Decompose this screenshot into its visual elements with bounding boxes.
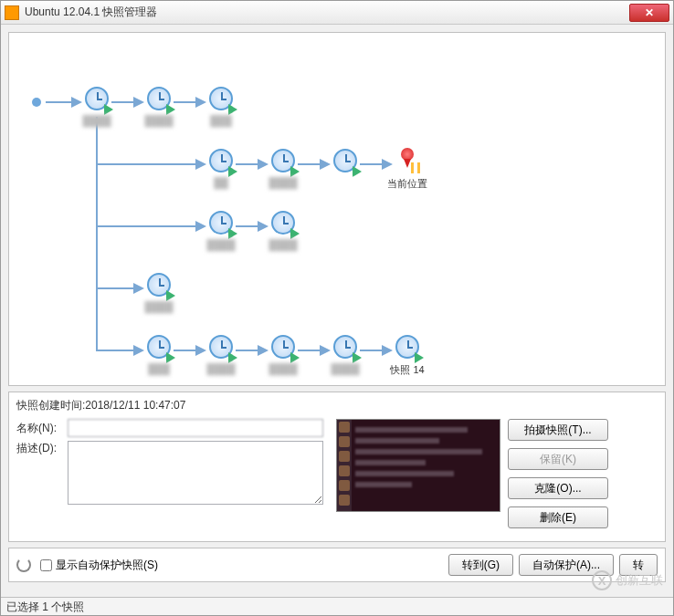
window-title: Ubuntu 12.04.1 快照管理器 <box>25 5 629 20</box>
clock-icon <box>144 84 174 113</box>
app-icon <box>5 5 19 20</box>
clock-icon <box>269 332 298 361</box>
created-prefix: 快照创建时间: <box>16 399 85 412</box>
snapshot-manager-window: Ubuntu 12.04.1 快照管理器 ✕ <box>0 0 674 616</box>
client-area: ████ ████ ███ ██ ████ ████ 当前位置 ████ ███… <box>1 25 673 597</box>
snapshot-node-selected[interactable]: ████ <box>320 146 371 199</box>
snapshot-node[interactable]: ████ <box>195 332 247 385</box>
snapshot-node[interactable]: ██ <box>195 146 247 199</box>
snapshot-label: 快照 14 <box>382 363 433 377</box>
status-text: 已选择 1 个快照 <box>6 600 84 613</box>
show-autoprotect-checkbox[interactable]: 显示自动保护快照(S) <box>37 557 158 574</box>
clock-icon <box>206 84 236 113</box>
desc-textarea[interactable] <box>68 441 323 505</box>
clock-icon <box>206 332 236 361</box>
snapshot-node[interactable]: ████ <box>195 208 247 261</box>
clock-icon <box>144 332 174 361</box>
root-dot-icon <box>32 98 41 107</box>
name-input[interactable] <box>68 419 323 437</box>
close-button[interactable]: ✕ <box>629 4 669 22</box>
snapshot-node[interactable]: ████ <box>258 208 309 261</box>
clock-icon <box>269 146 298 175</box>
current-location-node[interactable]: 当前位置 <box>382 146 433 191</box>
snapshot-node[interactable]: ███ <box>195 84 247 137</box>
snapshot-node[interactable]: ████ <box>133 84 184 137</box>
tree-root[interactable] <box>26 88 47 107</box>
created-time-row: 快照创建时间:2018/12/11 10:47:07 <box>16 398 658 413</box>
snapshot-thumbnail[interactable] <box>336 419 500 512</box>
clock-icon <box>331 146 360 175</box>
clock-icon <box>144 270 174 299</box>
snapshot-node[interactable]: ████ <box>258 146 309 199</box>
take-snapshot-button[interactable]: 拍摄快照(T)... <box>508 419 608 441</box>
refresh-icon[interactable] <box>16 558 31 572</box>
snapshot-node[interactable]: ████ <box>258 332 309 385</box>
snapshot-node[interactable]: ████ <box>71 84 122 137</box>
details-panel: 快照创建时间:2018/12/11 10:47:07 名称(N): 描述(D): <box>8 392 666 542</box>
snapshot-node[interactable]: ████ <box>133 270 184 323</box>
created-time-value: 2018/12/11 10:47:07 <box>85 399 185 412</box>
clock-icon <box>206 208 236 237</box>
watermark-logo-icon: X <box>592 570 612 590</box>
show-autoprotect-input[interactable] <box>40 559 52 571</box>
snapshot-node[interactable]: ████ <box>320 332 371 385</box>
name-label: 名称(N): <box>16 421 68 436</box>
watermark: X 创新互联 <box>592 570 663 590</box>
goto-button[interactable]: 转到(G) <box>448 554 513 576</box>
clock-icon <box>393 332 422 361</box>
show-autoprotect-label: 显示自动保护快照(S) <box>56 558 158 573</box>
statusbar: 已选择 1 个快照 <box>1 597 673 615</box>
keep-button[interactable]: 保留(K) <box>508 448 608 470</box>
clock-icon <box>331 332 360 361</box>
clock-icon <box>206 146 236 175</box>
bottom-toolbar: 显示自动保护快照(S) 转到(G) 自动保护(A)... 转 <box>8 548 666 582</box>
current-location-label: 当前位置 <box>382 177 433 191</box>
clone-button[interactable]: 克隆(O)... <box>508 477 608 499</box>
location-pin-icon <box>393 146 422 175</box>
watermark-text: 创新互联 <box>616 572 663 589</box>
snapshot-node[interactable]: 快照 14 <box>382 332 433 377</box>
delete-button[interactable]: 删除(E) <box>508 506 608 528</box>
snapshot-tree-panel[interactable]: ████ ████ ███ ██ ████ ████ 当前位置 ████ ███… <box>8 32 666 386</box>
desc-label: 描述(D): <box>16 441 68 456</box>
snapshot-node[interactable]: ███ <box>133 332 184 385</box>
titlebar[interactable]: Ubuntu 12.04.1 快照管理器 ✕ <box>1 1 673 25</box>
action-buttons: 拍摄快照(T)... 保留(K) 克隆(O)... 删除(E) <box>508 419 608 536</box>
clock-icon <box>269 208 298 237</box>
clock-icon <box>82 84 111 113</box>
